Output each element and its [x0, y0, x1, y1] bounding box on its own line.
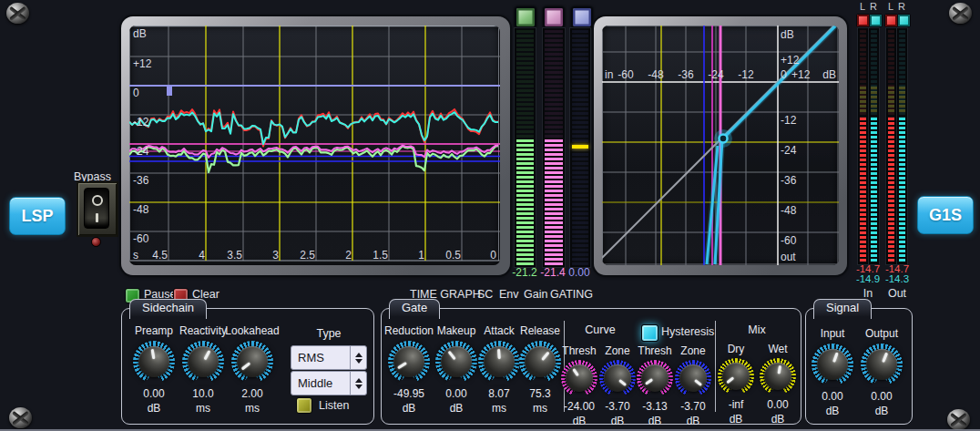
time-graph-canvas: [129, 26, 500, 265]
x-tick: 4: [199, 250, 205, 262]
input-knob[interactable]: [812, 344, 853, 385]
lsp-brand-button[interactable]: LSP: [9, 197, 66, 235]
meter-channel-label: R: [898, 1, 905, 12]
gating-graph-plot: in -60 -48 -36 -24 -12 0 +12 dB dB +12 -…: [602, 26, 839, 265]
curve-zone-label: Zone: [605, 344, 629, 357]
hyst-zone-label: Zone: [680, 344, 705, 357]
lookahead-knob[interactable]: [231, 341, 273, 383]
screw-icon: [947, 409, 970, 430]
listen-label: Listen: [319, 399, 349, 412]
x-tick: 3: [272, 250, 279, 262]
zero-line-marker: [167, 86, 172, 96]
makeup-control: Makeup 0.00 dB: [432, 324, 481, 415]
x-axis-unit: s: [133, 250, 138, 262]
out-right-meter-button[interactable]: [897, 14, 911, 27]
spinner-arrows-icon[interactable]: [350, 372, 366, 395]
knob-pointer: [762, 361, 794, 393]
attack-knob[interactable]: [478, 341, 520, 383]
sc-meter-button[interactable]: [515, 6, 536, 28]
hyst-thresh-knob[interactable]: [637, 360, 673, 396]
hysteresis-label: Hysteresis: [661, 325, 714, 338]
reactivity-knob[interactable]: [182, 341, 224, 383]
curve-label: Curve: [585, 323, 615, 336]
output-knob[interactable]: [861, 344, 903, 385]
y-tick: -48: [781, 205, 796, 217]
attack-unit: ms: [492, 402, 506, 415]
lookahead-label: Lookahead: [225, 324, 279, 337]
wet-knob[interactable]: [760, 358, 796, 395]
y-tick: -36: [781, 175, 796, 187]
threshold-dot[interactable]: [720, 135, 728, 143]
spinner-arrows-icon[interactable]: [350, 346, 366, 369]
screw-icon: [6, 3, 29, 24]
knob-pointer: [483, 345, 516, 378]
x-tick: 2.5: [300, 250, 315, 262]
dry-unit: dB: [730, 413, 743, 426]
hyst-thresh-unit: dB: [648, 415, 662, 427]
dry-control: Dry -inf dB: [716, 343, 756, 426]
env-meter: [542, 27, 566, 268]
lookahead-control: Lookahead 2.00 ms: [222, 324, 282, 415]
output-control: Output 0.00 dB: [856, 327, 907, 417]
release-knob[interactable]: [519, 341, 561, 383]
out-right-value: -14.3: [885, 273, 909, 284]
bypass-switch[interactable]: [77, 181, 118, 237]
makeup-label: Makeup: [437, 324, 476, 337]
out-left-meter-button[interactable]: [884, 14, 898, 27]
dry-value: -inf: [729, 398, 744, 411]
gating-graph-frame: in -60 -48 -36 -24 -12 0 +12 dB dB +12 -…: [594, 16, 847, 275]
input-value: 0.00: [822, 390, 842, 403]
bypass-rocker[interactable]: [84, 188, 109, 229]
lookahead-value: 2.00: [241, 387, 262, 400]
hyst-zone-knob[interactable]: [675, 360, 711, 396]
signal-panel: Signal Input 0.00 dB Output 0.00 dB: [805, 308, 913, 425]
env-legend-label: Env: [499, 288, 519, 301]
curve-thresh-unit: dB: [573, 415, 587, 427]
screw-icon: [9, 407, 32, 428]
makeup-knob[interactable]: [435, 341, 477, 383]
x-tick: -48: [648, 69, 663, 81]
hyst-thresh-control: Thresh -3.13 dB: [635, 344, 675, 427]
y-axis-unit: dB: [781, 29, 794, 41]
in-right-value: -14.9: [856, 273, 880, 284]
curve-zone-knob[interactable]: [599, 360, 636, 396]
in-right-meter-button[interactable]: [869, 14, 883, 27]
sidechain-mode-select[interactable]: RMS: [291, 345, 367, 370]
curve-thresh-value: -24.00: [564, 400, 595, 413]
sc-meter: [514, 27, 536, 268]
attack-label: Attack: [484, 324, 514, 337]
gain-meter-value: 0.00: [568, 266, 589, 279]
reactivity-label: Reactivity: [179, 324, 227, 337]
listen-checkbox[interactable]: [296, 397, 312, 414]
x-tick: -24: [708, 69, 723, 81]
dry-knob[interactable]: [718, 358, 754, 395]
plugin-name-button[interactable]: G1S: [917, 196, 974, 234]
attack-value: 8.07: [488, 387, 509, 400]
reduction-label: Reduction: [384, 324, 434, 337]
hyst-zone-value: -3.70: [680, 400, 705, 413]
curve-thresh-knob[interactable]: [561, 360, 597, 396]
x-axis-unit: dB: [822, 69, 836, 81]
in-right-meter: [868, 27, 880, 265]
env-meter-button[interactable]: [543, 6, 565, 28]
lookahead-unit: ms: [245, 402, 260, 415]
x-tick: 1: [418, 250, 424, 262]
wet-control: Wet 0.00 dB: [758, 343, 798, 426]
hysteresis-checkbox[interactable]: [641, 324, 658, 342]
gain-meter-button[interactable]: [571, 6, 593, 28]
out-right-meter: [896, 27, 908, 265]
gain-legend-label: Gain: [524, 288, 547, 301]
gate-panel-title: Gate: [389, 299, 440, 319]
sidechain-source-select[interactable]: Middle: [291, 371, 367, 395]
gate-panel: Gate Reduction -49.95 dB Makeup 0.00 dB …: [381, 308, 801, 425]
plugin-window: LSP G1S Bypass: [0, 0, 980, 431]
wet-value: 0.00: [767, 398, 788, 411]
preamp-knob[interactable]: [133, 341, 175, 383]
input-label: Input: [821, 327, 845, 340]
reduction-knob[interactable]: [388, 341, 430, 383]
bypass-led: [91, 237, 101, 247]
x-tick: 2: [345, 250, 352, 262]
hyst-zone-control: Zone -3.70 dB: [673, 344, 713, 427]
env-meter-value: -21.4: [540, 266, 565, 279]
in-left-meter-button[interactable]: [856, 14, 870, 27]
